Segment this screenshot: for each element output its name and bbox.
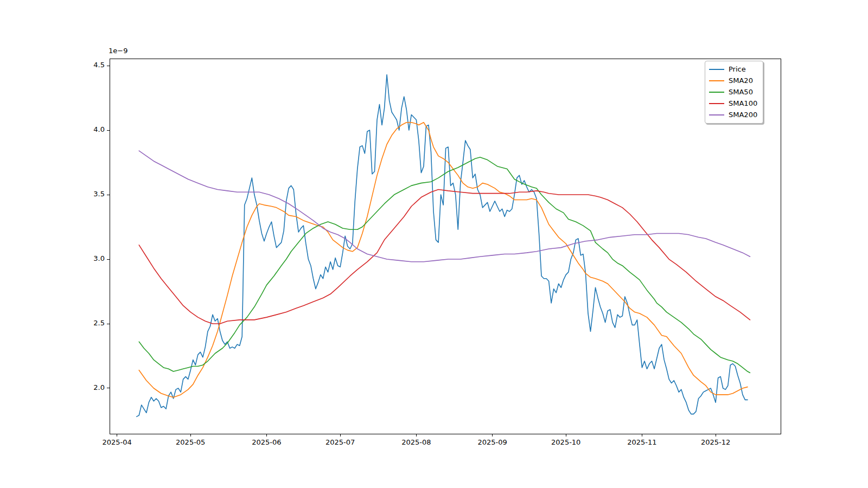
y-tick-label: 4.5 — [76, 61, 105, 69]
x-tick-label: 2025-04 — [93, 438, 142, 446]
legend-label: SMA20 — [729, 76, 753, 85]
sma100-line-swatch — [709, 103, 724, 104]
sma200-line-swatch — [709, 114, 724, 115]
x-tick-label: 2025-08 — [392, 438, 441, 446]
figure-canvas: 1e−9 2025-042025-052025-062025-072025-08… — [0, 0, 868, 488]
legend-entry-sma100: SMA100 — [709, 98, 758, 109]
x-tick-label: 2025-11 — [617, 438, 666, 446]
legend-entry-sma50: SMA50 — [709, 86, 758, 98]
x-tick-label: 2025-06 — [242, 438, 291, 446]
legend-entry-sma20: SMA20 — [709, 75, 758, 86]
legend-label: Price — [729, 65, 746, 73]
x-tick-label: 2025-09 — [468, 438, 517, 446]
sma50-line — [139, 157, 750, 373]
legend-label: SMA100 — [729, 99, 757, 107]
legend-entry-sma200: SMA200 — [709, 109, 758, 120]
y-tick-label: 3.0 — [76, 254, 105, 262]
y-tick-label: 2.5 — [76, 319, 105, 327]
legend-entry-price: Price — [709, 63, 758, 75]
price-line — [137, 75, 748, 417]
price-line-swatch — [709, 69, 724, 70]
x-tick-label: 2025-05 — [166, 438, 215, 446]
x-tick-label: 2025-12 — [691, 438, 740, 446]
legend-label: SMA50 — [729, 88, 753, 96]
x-tick-label: 2025-10 — [541, 438, 590, 446]
y-tick-label: 4.0 — [76, 125, 105, 133]
axes-spines — [110, 59, 781, 434]
sma20-line-swatch — [709, 80, 724, 81]
y-tick-label: 2.0 — [76, 383, 105, 391]
y-axis-offset-label: 1e−9 — [108, 47, 127, 55]
x-tick-label: 2025-07 — [316, 438, 365, 446]
y-tick-label: 3.5 — [76, 190, 105, 198]
sma50-line-swatch — [709, 92, 724, 93]
legend-box: Price SMA20 SMA50 SMA100 SMA200 — [705, 61, 763, 124]
sma100-line — [139, 190, 750, 324]
legend-label: SMA200 — [729, 111, 757, 119]
